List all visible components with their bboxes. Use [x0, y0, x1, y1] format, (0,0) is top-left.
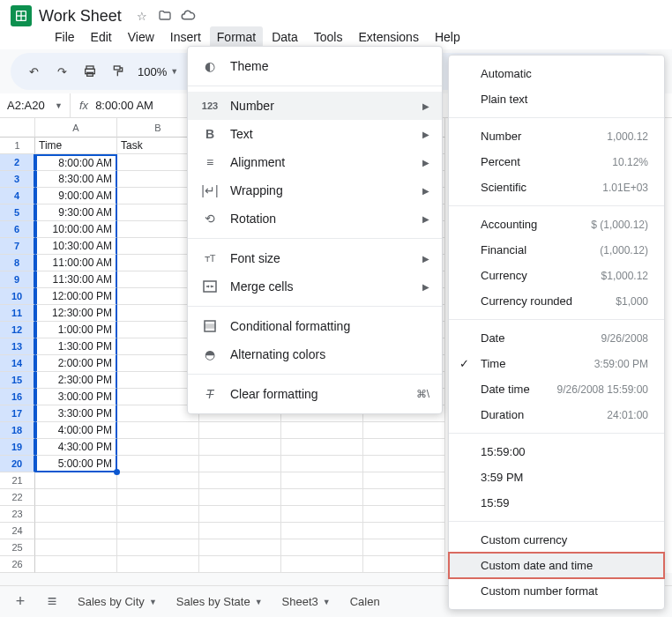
- number-currency-rounded[interactable]: Currency rounded$1,000: [449, 288, 664, 314]
- cell[interactable]: [117, 539, 199, 556]
- row-header[interactable]: 1: [0, 138, 35, 154]
- menu-extensions[interactable]: Extensions: [351, 26, 425, 48]
- cell[interactable]: 8:30:00 AM: [35, 171, 117, 188]
- number-percent[interactable]: Percent10.12%: [449, 149, 664, 175]
- undo-button[interactable]: ↶: [21, 59, 46, 84]
- menu-help[interactable]: Help: [428, 26, 467, 48]
- number-automatic[interactable]: Automatic: [449, 61, 664, 86]
- cell[interactable]: [363, 456, 445, 472]
- format-merge[interactable]: Merge cells▶: [188, 272, 442, 301]
- sheet-tab[interactable]: Sales by City▼: [74, 590, 161, 613]
- number-fmt-1559[interactable]: 15:59: [449, 490, 664, 516]
- cell[interactable]: 10:30:00 AM: [35, 238, 117, 255]
- all-sheets-button[interactable]: ≡: [42, 592, 62, 612]
- format-theme[interactable]: ◐Theme: [188, 52, 442, 80]
- cell[interactable]: [199, 523, 281, 539]
- move-folder-icon[interactable]: [157, 8, 173, 24]
- cell[interactable]: 9:30:00 AM: [35, 204, 117, 221]
- cell[interactable]: 10:00:00 AM: [35, 221, 117, 238]
- number-scientific[interactable]: Scientific1.01E+03: [449, 175, 664, 200]
- number-time[interactable]: ✓Time3:59:00 PM: [449, 351, 664, 376]
- cell[interactable]: 11:00:00 AM: [35, 255, 117, 271]
- column-header[interactable]: A: [35, 118, 117, 138]
- cell[interactable]: Time: [35, 138, 117, 154]
- cell[interactable]: [281, 456, 363, 472]
- cell[interactable]: [363, 523, 445, 539]
- format-wrapping[interactable]: |↵|Wrapping▶: [188, 176, 442, 204]
- cell[interactable]: [35, 472, 117, 489]
- fx-area[interactable]: fx 8:00:00 AM: [71, 99, 162, 112]
- cell[interactable]: [117, 506, 199, 523]
- cell[interactable]: [363, 422, 445, 439]
- cell[interactable]: 11:30:00 AM: [35, 271, 117, 288]
- cell[interactable]: [199, 422, 281, 439]
- row-header[interactable]: 5: [0, 204, 35, 221]
- cell[interactable]: [281, 506, 363, 523]
- cell[interactable]: [363, 472, 445, 489]
- cell[interactable]: 9:00:00 AM: [35, 188, 117, 204]
- row-header[interactable]: 7: [0, 238, 35, 255]
- cell[interactable]: 4:30:00 PM: [35, 439, 117, 456]
- cell[interactable]: [281, 472, 363, 489]
- number-date[interactable]: Date9/26/2008: [449, 325, 664, 351]
- cell[interactable]: 12:30:00 PM: [35, 305, 117, 322]
- menu-tools[interactable]: Tools: [307, 26, 350, 48]
- cell[interactable]: [199, 539, 281, 556]
- row-header[interactable]: 19: [0, 439, 35, 456]
- row-header[interactable]: 25: [0, 539, 35, 556]
- cell[interactable]: [35, 489, 117, 506]
- cell[interactable]: 2:30:00 PM: [35, 372, 117, 389]
- row-header[interactable]: 20: [0, 456, 35, 472]
- row-header[interactable]: 23: [0, 506, 35, 523]
- row-header[interactable]: 2: [0, 154, 35, 171]
- cell[interactable]: [363, 439, 445, 456]
- number-fmt-359pm[interactable]: 3:59 PM: [449, 465, 664, 490]
- cell[interactable]: 5:00:00 PM: [35, 456, 117, 472]
- row-header[interactable]: 22: [0, 489, 35, 506]
- cell[interactable]: [199, 489, 281, 506]
- cloud-status-icon[interactable]: [180, 8, 196, 24]
- cell[interactable]: [117, 489, 199, 506]
- format-text[interactable]: BText▶: [188, 120, 442, 148]
- cell[interactable]: 8:00:00 AM: [35, 154, 117, 171]
- selection-fill-handle[interactable]: [114, 469, 120, 475]
- cell[interactable]: [117, 556, 199, 573]
- name-box[interactable]: A2:A20 ▼: [0, 93, 71, 117]
- format-clear[interactable]: TClear formatting⌘\: [188, 380, 442, 408]
- number-accounting[interactable]: Accounting$ (1,000.12): [449, 212, 664, 237]
- row-header[interactable]: 4: [0, 188, 35, 204]
- sheet-tab[interactable]: Sheet3▼: [279, 590, 334, 613]
- row-header[interactable]: 12: [0, 322, 35, 338]
- row-header[interactable]: 21: [0, 472, 35, 489]
- cell[interactable]: [199, 472, 281, 489]
- number-number[interactable]: Number1,000.12: [449, 123, 664, 149]
- menu-format[interactable]: Format: [210, 26, 263, 48]
- cell[interactable]: [281, 422, 363, 439]
- row-header[interactable]: 9: [0, 271, 35, 288]
- add-sheet-button[interactable]: +: [11, 592, 30, 612]
- row-header[interactable]: 13: [0, 338, 35, 355]
- cell[interactable]: [35, 556, 117, 573]
- cell[interactable]: 3:00:00 PM: [35, 389, 117, 405]
- redo-button[interactable]: ↷: [49, 59, 74, 84]
- cell[interactable]: [281, 523, 363, 539]
- row-header[interactable]: 18: [0, 422, 35, 439]
- number-plain-text[interactable]: Plain text: [449, 86, 664, 112]
- cell[interactable]: [117, 523, 199, 539]
- zoom-selector[interactable]: 100%▼: [134, 65, 182, 78]
- row-header[interactable]: 11: [0, 305, 35, 322]
- row-header[interactable]: 17: [0, 405, 35, 422]
- format-rotation[interactable]: ⟲Rotation▶: [188, 204, 442, 233]
- menu-view[interactable]: View: [121, 26, 161, 48]
- menu-file[interactable]: File: [48, 26, 82, 48]
- format-conditional[interactable]: Conditional formatting: [188, 312, 442, 340]
- cell[interactable]: 12:00:00 PM: [35, 288, 117, 305]
- paint-format-button[interactable]: [106, 59, 131, 84]
- cell[interactable]: 3:30:00 PM: [35, 405, 117, 422]
- format-number[interactable]: 123Number▶: [188, 92, 442, 120]
- row-header[interactable]: 3: [0, 171, 35, 188]
- format-alternating[interactable]: ◓Alternating colors: [188, 340, 442, 368]
- cell[interactable]: [199, 456, 281, 472]
- row-header[interactable]: 26: [0, 556, 35, 573]
- row-header[interactable]: 6: [0, 221, 35, 238]
